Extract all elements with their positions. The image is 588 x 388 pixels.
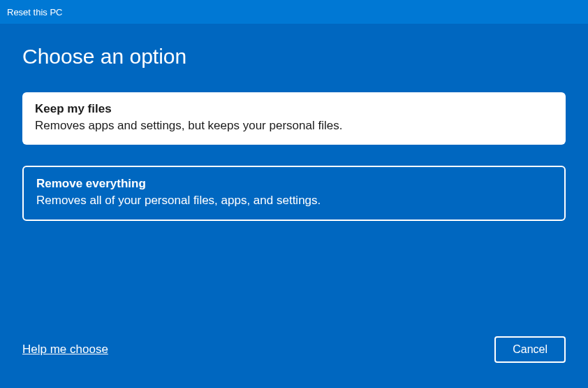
window-title: Reset this PC bbox=[7, 7, 62, 17]
titlebar: Reset this PC bbox=[0, 0, 588, 24]
spacer bbox=[22, 242, 566, 336]
content-area: Choose an option Keep my files Removes a… bbox=[0, 24, 588, 388]
option-description: Removes all of your personal files, apps… bbox=[36, 193, 552, 208]
cancel-button[interactable]: Cancel bbox=[494, 336, 566, 363]
help-me-choose-link[interactable]: Help me choose bbox=[22, 343, 108, 357]
option-description: Removes apps and settings, but keeps you… bbox=[35, 118, 553, 134]
option-remove-everything[interactable]: Remove everything Removes all of your pe… bbox=[22, 166, 566, 221]
footer: Help me choose Cancel bbox=[22, 336, 566, 374]
page-title: Choose an option bbox=[22, 45, 566, 69]
option-keep-my-files[interactable]: Keep my files Removes apps and settings,… bbox=[22, 92, 566, 145]
option-title: Remove everything bbox=[36, 176, 552, 192]
option-title: Keep my files bbox=[35, 101, 553, 117]
